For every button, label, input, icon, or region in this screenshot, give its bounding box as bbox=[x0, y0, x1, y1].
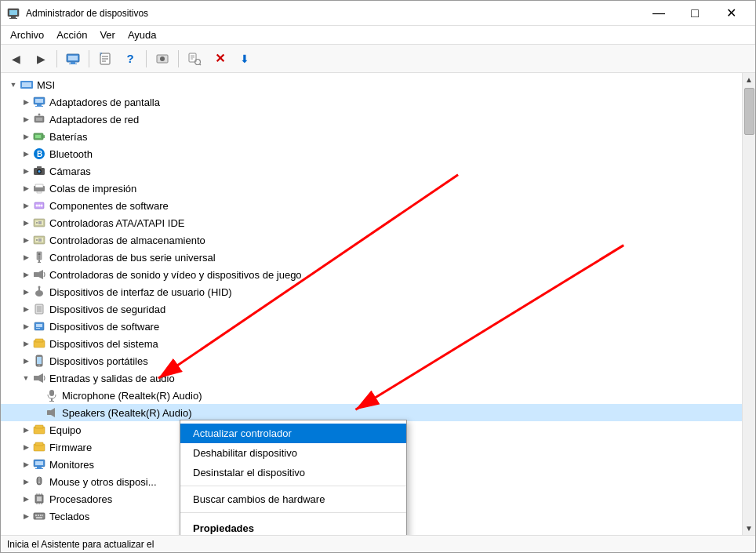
tree-item-disp-seguridad[interactable]: ▶ Dispositivos de seguridad bbox=[1, 300, 742, 318]
show-hidden-button[interactable] bbox=[151, 48, 174, 70]
svg-rect-73 bbox=[37, 357, 42, 364]
ctx-separator bbox=[180, 486, 406, 486]
tree-item-colas-impresion[interactable]: ▶ Colas de impresión bbox=[1, 180, 742, 197]
forward-button[interactable]: ▶ bbox=[29, 48, 53, 70]
svg-point-92 bbox=[38, 482, 40, 483]
procesadores-label: Procesadores bbox=[49, 493, 112, 505]
tree-item-controladoras-sonido[interactable]: ▶ Controladoras de sonido y vídeo y disp… bbox=[1, 266, 742, 283]
svg-rect-49 bbox=[38, 221, 42, 224]
back-button[interactable]: ◀ bbox=[4, 48, 27, 70]
ctx-desinstalar[interactable]: Desinstalar el dispositivo bbox=[180, 463, 406, 482]
remove-button[interactable]: ✕ bbox=[208, 48, 231, 70]
svg-rect-40 bbox=[35, 184, 43, 187]
device-tree[interactable]: ▼ MSI ▶ Adaptadores de pantalla bbox=[1, 73, 742, 535]
svg-point-29 bbox=[38, 114, 41, 116]
expand-camaras[interactable]: ▶ bbox=[20, 165, 32, 177]
expand-baterias[interactable]: ▶ bbox=[20, 130, 32, 143]
tree-item-adaptadores-pantalla[interactable]: ▶ Adaptadores de pantalla bbox=[1, 93, 742, 111]
expand-disp-seguridad[interactable]: ▶ bbox=[20, 303, 32, 315]
expand-controladoras-bus[interactable]: ▶ bbox=[20, 251, 32, 264]
expand-equipo[interactable]: ▶ bbox=[20, 424, 32, 436]
tree-item-speakers[interactable]: ▶ Speakers (Realtek(R) Audio) bbox=[1, 404, 742, 421]
close-button[interactable]: ✕ bbox=[713, 1, 749, 26]
scroll-thumb[interactable] bbox=[744, 88, 754, 135]
expand-disp-software[interactable]: ▶ bbox=[20, 320, 32, 333]
scan-button[interactable] bbox=[183, 48, 206, 70]
tree-item-controladoras-ata[interactable]: ▶ Controladoras ATA/ATAPI IDE bbox=[1, 214, 742, 231]
svg-rect-79 bbox=[49, 401, 54, 402]
bluetooth-label: Bluetooth bbox=[49, 148, 93, 160]
speakers-icon bbox=[45, 406, 59, 420]
disp-sistema-label: Dispositivos del sistema bbox=[49, 338, 158, 350]
svg-text:?: ? bbox=[100, 52, 102, 56]
bluetooth-icon: B bbox=[32, 147, 46, 161]
expand-componentes[interactable]: ▶ bbox=[20, 199, 32, 212]
tree-item-adaptadores-red[interactable]: ▶ Adaptadores de red bbox=[1, 111, 742, 128]
tree-item-disp-software[interactable]: ▶ Dispositivos de software bbox=[1, 318, 742, 335]
tree-item-camaras[interactable]: ▶ Cámaras bbox=[1, 162, 742, 180]
svg-rect-71 bbox=[35, 339, 43, 342]
expand-msi[interactable]: ▼ bbox=[7, 78, 20, 91]
msi-label: MSI bbox=[37, 79, 55, 91]
svg-rect-26 bbox=[35, 106, 43, 107]
ctx-buscar[interactable]: Buscar cambios de hardware bbox=[180, 489, 406, 509]
expand-adaptadores-pantalla[interactable]: ▶ bbox=[20, 96, 32, 108]
device-manager-window: Administrador de dispositivos — □ ✕ Arch… bbox=[0, 0, 756, 553]
menu-archivo[interactable]: Archivo bbox=[4, 27, 50, 42]
expand-colas[interactable]: ▶ bbox=[20, 182, 32, 195]
device-manager-button[interactable] bbox=[61, 48, 85, 70]
expand-disp-interfaz[interactable]: ▶ bbox=[20, 286, 32, 298]
properties-button[interactable]: ? bbox=[93, 48, 117, 70]
menu-ver[interactable]: Ver bbox=[93, 27, 122, 42]
ctx-actualizar[interactable]: Actualizar controlador bbox=[180, 424, 406, 443]
tree-item-disp-interfaz[interactable]: ▶ Dispositivos de interfaz de usuario (H… bbox=[1, 283, 742, 300]
expand-controladoras-ata[interactable]: ▶ bbox=[20, 216, 32, 229]
expand-controladoras-sonido[interactable]: ▶ bbox=[20, 268, 32, 281]
adaptadores-red-icon bbox=[32, 112, 46, 126]
controladoras-ata-label: Controladoras ATA/ATAPI IDE bbox=[49, 217, 184, 229]
tree-item-disp-sistema[interactable]: ▶ Dispositivos del sistema bbox=[1, 335, 742, 352]
ctx-deshabilitar[interactable]: Deshabilitar dispositivo bbox=[180, 443, 406, 463]
tree-item-controladoras-almacenamiento[interactable]: ▶ Controladoras de almacenamiento bbox=[1, 231, 742, 249]
tree-item-bluetooth[interactable]: ▶ B Bluetooth bbox=[1, 145, 742, 162]
window-title: Administrador de dispositivos bbox=[26, 8, 148, 19]
expand-procesadores[interactable]: ▶ bbox=[20, 493, 32, 505]
update-button[interactable]: ⬇ bbox=[233, 48, 256, 70]
expand-mouse[interactable]: ▶ bbox=[20, 475, 32, 488]
tree-item-microphone[interactable]: ▶ Microphone (Realtek(R) Audio) bbox=[1, 387, 742, 404]
tree-item-disp-portatiles[interactable]: ▶ Dispositivos portátiles bbox=[1, 352, 742, 369]
tree-item-baterias[interactable]: ▶ Baterías bbox=[1, 128, 742, 145]
maximize-button[interactable]: □ bbox=[677, 1, 713, 26]
tree-item-componentes-software[interactable]: ▶ Componentes de software bbox=[1, 197, 742, 214]
monitores-icon bbox=[32, 457, 46, 471]
svg-rect-87 bbox=[35, 461, 43, 465]
tree-root-msi[interactable]: ▼ MSI bbox=[1, 76, 742, 93]
expand-entradas-audio[interactable]: ▼ bbox=[20, 372, 32, 384]
scroll-up-arrow[interactable]: ▲ bbox=[743, 73, 756, 86]
expand-firmware[interactable]: ▶ bbox=[20, 441, 32, 453]
menu-ayuda[interactable]: Ayuda bbox=[122, 27, 163, 42]
menu-accion[interactable]: Acción bbox=[50, 27, 93, 42]
expand-controladoras-alm[interactable]: ▶ bbox=[20, 234, 32, 246]
scrollbar-vertical[interactable]: ▲ ▼ bbox=[742, 73, 755, 535]
tree-item-entradas-audio[interactable]: ▼ Entradas y salidas de audio bbox=[1, 369, 742, 387]
expand-bluetooth[interactable]: ▶ bbox=[20, 147, 32, 160]
svg-rect-77 bbox=[49, 390, 54, 396]
baterias-label: Baterías bbox=[49, 131, 87, 143]
expand-disp-sistema[interactable]: ▶ bbox=[20, 337, 32, 350]
tree-item-controladoras-bus[interactable]: ▶ Controladoras de bus serie universal bbox=[1, 249, 742, 266]
expand-adaptadores-red[interactable]: ▶ bbox=[20, 113, 32, 126]
scroll-down-arrow[interactable]: ▼ bbox=[743, 522, 756, 535]
minimize-button[interactable]: — bbox=[641, 1, 677, 26]
svg-rect-31 bbox=[43, 135, 45, 138]
componentes-icon bbox=[32, 198, 46, 213]
svg-rect-66 bbox=[37, 306, 42, 312]
expand-disp-portatiles[interactable]: ▶ bbox=[20, 355, 32, 367]
ctx-propiedades-header: Propiedades bbox=[180, 516, 406, 535]
expand-teclados[interactable]: ▶ bbox=[20, 510, 32, 522]
help-button[interactable]: ? bbox=[118, 48, 142, 70]
toolbar: ◀ ▶ ? ? bbox=[1, 45, 755, 73]
expand-monitores[interactable]: ▶ bbox=[20, 458, 32, 471]
scroll-track[interactable] bbox=[743, 86, 755, 522]
componentes-label: Componentes de software bbox=[49, 200, 169, 212]
